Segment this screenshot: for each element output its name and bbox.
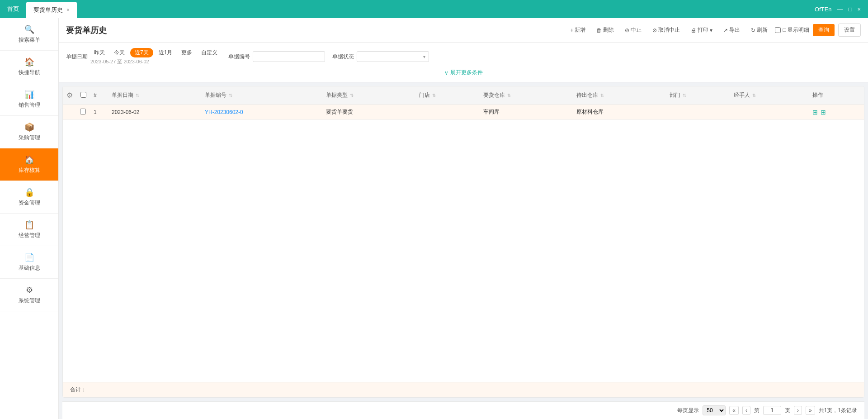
select-all-checkbox[interactable]: [80, 92, 86, 98]
col-dept-sort: ⇅: [683, 93, 686, 98]
table-settings-icon[interactable]: ⚙: [66, 91, 73, 99]
date-btn-custom[interactable]: 自定义: [198, 48, 221, 57]
system-icon: ⚙: [26, 285, 33, 295]
tab-close-icon[interactable]: ×: [66, 7, 70, 13]
pagination-bar: 每页显示 50 100 200 « ‹ 第 页 › » 共1页，1条记录: [62, 401, 864, 419]
table-area: ⚙ # 单据日期 ⇅ 单据编号: [62, 86, 864, 398]
basic-info-icon: 📄: [24, 252, 34, 262]
cell-store: [415, 105, 480, 120]
col-handler[interactable]: 经手人 ⇅: [730, 86, 809, 105]
date-btn-last7[interactable]: 近7天: [130, 48, 153, 57]
col-request-wh[interactable]: 要货仓库 ⇅: [480, 86, 573, 105]
tab-history[interactable]: 要货单历史 ×: [26, 2, 77, 18]
refresh-button[interactable]: ↻ 刷新: [747, 24, 771, 36]
page-number-input[interactable]: [763, 406, 781, 415]
row-checkbox[interactable]: [80, 109, 86, 114]
table-row: 1 2023-06-02 YH-20230602-0 要货单要货 车间库 原材料…: [63, 105, 864, 120]
sidebar-item-basic-info[interactable]: 📄 基础信息: [0, 246, 58, 279]
top-bar: 首页 要货单历史 × OfTEn — □ ×: [0, 0, 868, 18]
sidebar-item-finance[interactable]: 🔒 资金管理: [0, 181, 58, 214]
page-size-label: 每页显示: [677, 407, 699, 414]
add-button[interactable]: + 新增: [566, 24, 589, 36]
next-page-btn[interactable]: ›: [794, 406, 802, 415]
purchase-icon: 📦: [24, 122, 34, 132]
page-header: 要货单历史 + 新增 🗑 删除 ⊘ 中止 ⊘ 取消中止: [59, 18, 868, 43]
sidebar-item-label: 系统管理: [19, 297, 40, 305]
col-pending-wh[interactable]: 待出仓库 ⇅: [573, 86, 666, 105]
sidebar-item-purchase[interactable]: 📦 采购管理: [0, 116, 58, 148]
order-no-label: 单据编号: [228, 53, 250, 61]
expand-icon: ∨: [444, 70, 448, 76]
export-button[interactable]: ↗ 导出: [720, 24, 744, 36]
col-dept[interactable]: 部门 ⇅: [666, 86, 730, 105]
col-store[interactable]: 门店 ⇅: [415, 86, 480, 105]
tab-history-label: 要货单历史: [33, 6, 63, 14]
date-btn-last1month[interactable]: 近1月: [155, 48, 176, 57]
table-footer: 合计：: [63, 382, 864, 397]
date-btn-more[interactable]: 更多: [178, 48, 196, 57]
minimize-btn[interactable]: —: [837, 6, 843, 13]
col-order-no[interactable]: 单据编号 ⇅: [201, 86, 322, 105]
cell-num: 1: [90, 105, 108, 120]
page-title: 要货单历史: [66, 25, 107, 36]
show-detail-toggle[interactable]: □ 显示明细: [775, 26, 809, 34]
col-date-label: 单据日期: [112, 92, 133, 98]
inventory-icon: 🏠: [24, 155, 34, 165]
tab-home[interactable]: 首页: [0, 0, 26, 18]
summary-label: 合计：: [70, 386, 86, 393]
page-size-select[interactable]: 50 100 200: [703, 405, 726, 415]
sidebar-item-inventory[interactable]: 🏠 库存核算: [0, 148, 58, 181]
expand-more-btn[interactable]: ∨ 展开更多条件: [66, 69, 861, 76]
delete-icon: 🗑: [596, 27, 602, 33]
sidebar-item-search-menu[interactable]: 🔍 搜索菜单: [0, 18, 58, 51]
last-page-btn[interactable]: »: [806, 406, 815, 415]
sidebar-item-quick-nav[interactable]: 🏠 快捷导航: [0, 51, 58, 83]
cell-handler: [730, 105, 809, 120]
cell-order-type: 要货单要货: [322, 105, 415, 120]
sidebar-item-system[interactable]: ⚙ 系统管理: [0, 279, 58, 311]
restore-btn[interactable]: □: [849, 6, 852, 13]
date-buttons: 昨天 今天 近7天 近1月 更多 自定义: [90, 48, 221, 57]
often-label: OfTEn: [815, 6, 832, 13]
col-num: #: [90, 86, 108, 105]
edit-icon[interactable]: ⊞: [812, 109, 818, 116]
date-btn-yesterday[interactable]: 昨天: [90, 48, 108, 57]
export-icon: ↗: [723, 27, 728, 33]
sidebar-item-operations[interactable]: 📋 经营管理: [0, 214, 58, 246]
print-button[interactable]: 🖨 打印 ▾: [687, 24, 716, 36]
date-btn-today[interactable]: 今天: [110, 48, 128, 57]
date-filter-label: 单据日期: [66, 53, 88, 61]
col-order-type[interactable]: 单据类型 ⇅: [322, 86, 415, 105]
status-select[interactable]: [357, 51, 429, 62]
cancel-stop-button[interactable]: ⊘ 取消中止: [649, 24, 684, 36]
col-handler-label: 经手人: [734, 92, 750, 98]
col-settings[interactable]: ⚙: [63, 86, 76, 105]
close-btn[interactable]: ×: [857, 6, 861, 13]
status-label: 单据状态: [332, 53, 354, 61]
order-no-filter: 单据编号: [228, 51, 325, 62]
order-no-input[interactable]: [253, 51, 325, 62]
stop-button[interactable]: ⊘ 中止: [621, 24, 645, 36]
table-header: ⚙ # 单据日期 ⇅ 单据编号: [63, 86, 864, 105]
show-detail-checkbox[interactable]: [775, 27, 781, 33]
sales-icon: 📊: [24, 90, 34, 100]
date-filter-section: 昨天 今天 近7天 近1月 更多 自定义 2023-05-27 至 2023-0…: [90, 48, 221, 65]
total-info: 共1页，1条记录: [819, 407, 857, 414]
settings-button[interactable]: 设置: [838, 24, 861, 37]
col-date[interactable]: 单据日期 ⇅: [108, 86, 201, 105]
first-page-btn[interactable]: «: [729, 406, 739, 415]
delete-button[interactable]: 🗑 删除: [593, 24, 618, 36]
cell-checkbox: [76, 105, 90, 120]
table-scroll[interactable]: ⚙ # 单据日期 ⇅ 单据编号: [63, 86, 864, 382]
sidebar-item-sales[interactable]: 📊 销售管理: [0, 83, 58, 116]
col-pending-wh-sort: ⇅: [600, 93, 604, 98]
col-pending-wh-label: 待出仓库: [576, 92, 598, 98]
order-no-link[interactable]: YH-20230602-0: [205, 109, 243, 115]
print-icon: 🖨: [691, 27, 696, 33]
page-unit: 页: [785, 407, 790, 414]
quick-nav-icon: 🏠: [24, 57, 34, 67]
prev-page-btn[interactable]: ‹: [742, 406, 750, 415]
more-action-icon[interactable]: ⊞: [821, 109, 826, 116]
query-button[interactable]: 查询: [813, 24, 835, 36]
sidebar: 🔍 搜索菜单 🏠 快捷导航 📊 销售管理 📦 采购管理 🏠 库存核算 🔒 资金管…: [0, 18, 59, 419]
